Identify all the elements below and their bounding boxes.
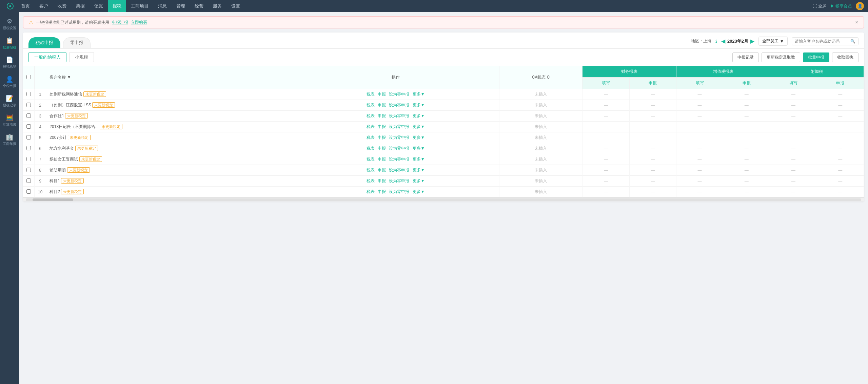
- op-more[interactable]: 更多▼: [412, 178, 426, 184]
- sidebar-label-tax-settings: 报税设置: [3, 26, 16, 30]
- sidebar: ⚙ 报税设置 📋 批量报税 📄 报税总览 👤 个税申报 📝 报税记录 🧮 汇算清…: [0, 12, 19, 384]
- op-zero-declare[interactable]: 设为零申报: [388, 189, 410, 195]
- op-more[interactable]: 更多▼: [412, 135, 426, 141]
- update-tax-btn[interactable]: 更新税定及取数: [762, 52, 800, 62]
- batch-declare-btn[interactable]: 批量申报: [803, 52, 829, 62]
- op-zero-declare[interactable]: 设为零申报: [388, 178, 410, 184]
- op-declare[interactable]: 申报: [377, 91, 387, 97]
- sidebar-item-tax-overview[interactable]: 📄 报税总览: [1, 54, 18, 71]
- declare-record-btn[interactable]: 申报记录: [732, 52, 759, 62]
- row-checkbox[interactable]: [26, 124, 31, 129]
- scroll-thumb[interactable]: [33, 198, 73, 201]
- nav-settings[interactable]: 设置: [226, 0, 245, 12]
- op-tax-form[interactable]: 税表: [366, 135, 376, 141]
- op-declare[interactable]: 申报: [377, 178, 387, 184]
- op-more[interactable]: 更多▼: [412, 124, 426, 130]
- op-zero-declare[interactable]: 设为零申报: [388, 146, 410, 151]
- row-checkbox[interactable]: [26, 157, 31, 161]
- op-declare[interactable]: 申报: [377, 135, 387, 141]
- nav-business[interactable]: 工商项目: [126, 0, 153, 12]
- row-checkbox[interactable]: [26, 146, 31, 150]
- op-declare[interactable]: 申报: [377, 167, 387, 173]
- row-checkbox[interactable]: [26, 178, 31, 183]
- row-declaration-fill: —: [676, 111, 723, 122]
- search-input[interactable]: [795, 39, 849, 44]
- row-declaration-fill: —: [676, 143, 723, 154]
- search-icon[interactable]: 🔍: [850, 39, 855, 44]
- op-tax-form[interactable]: 税表: [366, 156, 376, 162]
- op-declare[interactable]: 申报: [377, 113, 387, 119]
- banner-close-btn[interactable]: ×: [855, 19, 858, 25]
- sidebar-item-batch-tax[interactable]: 📋 批量报税: [1, 34, 18, 52]
- op-zero-declare[interactable]: 设为零申报: [388, 167, 410, 173]
- sidebar-item-tax-record[interactable]: 📝 报税记录: [1, 92, 18, 110]
- info-icon: ℹ: [715, 39, 717, 44]
- nav-operation[interactable]: 经营: [190, 0, 208, 12]
- sidebar-item-annual-report[interactable]: 🏢 工商年报: [1, 131, 18, 149]
- sidebar-item-tax-settings[interactable]: ⚙ 报税设置: [1, 15, 18, 33]
- op-more[interactable]: 更多▼: [412, 156, 426, 162]
- row-finance-fill: —: [583, 89, 629, 100]
- op-declare[interactable]: 申报: [377, 156, 387, 162]
- date-next-btn[interactable]: ▶: [750, 38, 754, 44]
- op-tax-form[interactable]: 税表: [366, 189, 376, 195]
- op-tax-form[interactable]: 税表: [366, 146, 376, 151]
- op-zero-declare[interactable]: 设为零申报: [388, 135, 410, 141]
- op-zero-declare[interactable]: 设为零申报: [388, 113, 410, 119]
- op-more[interactable]: 更多▼: [412, 167, 426, 173]
- row-checkbox[interactable]: [26, 168, 31, 172]
- op-more[interactable]: 更多▼: [412, 146, 426, 151]
- nav-messages[interactable]: 消息: [153, 0, 172, 12]
- nav-manage[interactable]: 管理: [172, 0, 190, 12]
- sub-tab-small[interactable]: 小规模: [69, 52, 94, 62]
- op-declare[interactable]: 申报: [377, 124, 387, 130]
- op-tax-form[interactable]: 税表: [366, 178, 376, 184]
- user-avatar[interactable]: 👤: [856, 2, 864, 10]
- date-prev-btn[interactable]: ◀: [721, 38, 725, 44]
- op-zero-declare[interactable]: 设为零申报: [388, 102, 410, 108]
- op-tax-form[interactable]: 税表: [366, 167, 376, 173]
- horizontal-scrollbar[interactable]: [23, 197, 864, 201]
- row-checkbox[interactable]: [26, 113, 31, 118]
- fullscreen-btn[interactable]: ⛶ 全屏: [813, 3, 826, 9]
- table-row: 5 2007会计 未更新税定 税表 申报 设为零申报 更多▼ 未插入 — — —…: [23, 132, 864, 143]
- buy-now-link[interactable]: 立即购买: [131, 20, 147, 25]
- op-more[interactable]: 更多▼: [412, 91, 426, 97]
- row-checkbox[interactable]: [26, 92, 31, 96]
- row-checkbox[interactable]: [26, 189, 31, 194]
- declare-report-link[interactable]: 申报汇报: [112, 20, 128, 25]
- row-checkbox[interactable]: [26, 103, 31, 107]
- op-declare[interactable]: 申报: [377, 189, 387, 195]
- op-tax-form[interactable]: 税表: [366, 124, 376, 130]
- op-tax-form[interactable]: 税表: [366, 91, 376, 97]
- tab-zero-declare[interactable]: 零申报: [63, 37, 91, 48]
- op-declare[interactable]: 申报: [377, 146, 387, 151]
- nav-tax[interactable]: 报税: [108, 0, 126, 12]
- op-tax-form[interactable]: 税表: [366, 102, 376, 108]
- nav-client[interactable]: 客户: [35, 0, 53, 12]
- nav-service[interactable]: 服务: [208, 0, 226, 12]
- staff-select[interactable]: 全部员工 ▼: [758, 37, 788, 46]
- row-operations: 税表 申报 设为零申报 更多▼: [292, 111, 499, 122]
- nav-invoice[interactable]: 票据: [71, 0, 90, 12]
- nav-bookkeeping[interactable]: 记账: [90, 0, 108, 12]
- tab-tax-declare[interactable]: 税款申报: [28, 37, 60, 48]
- op-declare[interactable]: 申报: [377, 102, 387, 108]
- op-zero-declare[interactable]: 设为零申报: [388, 91, 410, 97]
- sidebar-item-settlement[interactable]: 🧮 汇算清缴: [1, 111, 18, 129]
- op-more[interactable]: 更多▼: [412, 113, 426, 119]
- select-all-checkbox[interactable]: [26, 75, 31, 79]
- row-checkbox[interactable]: [26, 135, 31, 140]
- op-tax-form[interactable]: 税表: [366, 113, 376, 119]
- op-zero-declare[interactable]: 设为零申报: [388, 124, 410, 130]
- sidebar-item-personal-tax[interactable]: 👤 个税申报: [1, 73, 18, 91]
- upgrade-btn[interactable]: ▶ 畅享会员: [830, 3, 852, 9]
- sub-tab-general[interactable]: 一般的纳税人: [28, 52, 66, 62]
- op-more[interactable]: 更多▼: [412, 102, 426, 108]
- op-more[interactable]: 更多▼: [412, 189, 426, 195]
- nav-home[interactable]: 首页: [16, 0, 35, 12]
- op-zero-declare[interactable]: 设为零申报: [388, 156, 410, 162]
- retrieve-btn[interactable]: 收取回执: [832, 52, 859, 62]
- nav-billing[interactable]: 收费: [53, 0, 71, 12]
- row-number: 7: [35, 154, 46, 165]
